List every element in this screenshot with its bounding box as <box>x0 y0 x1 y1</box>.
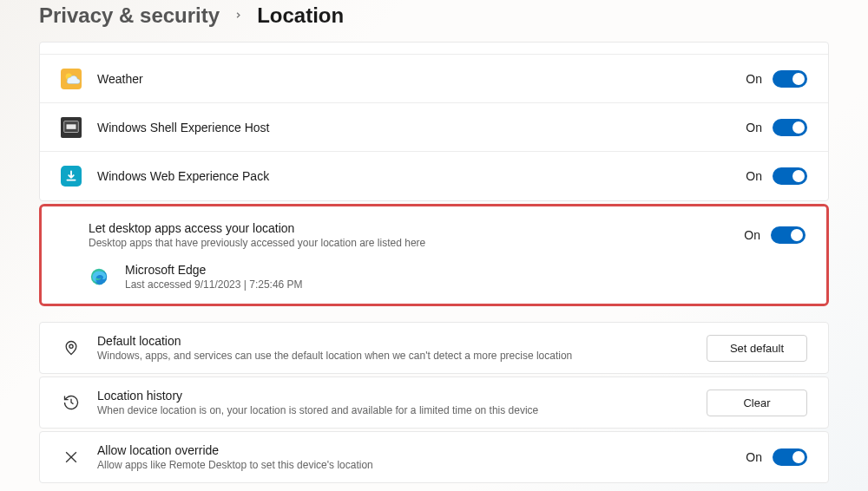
shell-icon <box>61 117 82 138</box>
list-item-shell[interactable]: Windows Shell Experience Host On <box>40 103 828 152</box>
section-title: Default location <box>97 334 707 348</box>
default-location-row: Default location Windows, apps, and serv… <box>39 322 829 374</box>
app-name: Windows Shell Experience Host <box>97 121 746 134</box>
section-subtitle: Allow apps like Remote Desktop to set th… <box>97 459 746 471</box>
list-item-weather[interactable]: Weather On <box>40 55 828 103</box>
toggle-switch[interactable] <box>771 226 806 244</box>
app-name: Windows Web Experience Pack <box>97 169 746 183</box>
toggle-switch[interactable] <box>773 167 807 185</box>
app-name: Microsoft Edge <box>125 263 806 277</box>
section-title: Let desktop apps access your location <box>89 221 744 235</box>
breadcrumb: Privacy & security Location <box>39 0 829 42</box>
toggle-switch[interactable] <box>773 70 807 88</box>
breadcrumb-parent[interactable]: Privacy & security <box>39 3 220 28</box>
desktop-apps-header[interactable]: Let desktop apps access your location De… <box>42 206 826 255</box>
highlight-box: Let desktop apps access your location De… <box>39 204 829 306</box>
toggle-state-label: On <box>746 72 762 86</box>
toggle-switch[interactable] <box>773 448 807 466</box>
map-pin-icon <box>61 337 82 358</box>
list-item-cutoff <box>40 43 828 55</box>
history-icon <box>61 392 82 413</box>
section-title: Allow location override <box>97 443 746 457</box>
location-override-row: Allow location override Allow apps like … <box>39 431 829 483</box>
app-name: Weather <box>97 72 746 86</box>
toggle-state-label: On <box>746 121 762 134</box>
toggle-switch[interactable] <box>773 119 807 136</box>
app-last-accessed: Last accessed 9/11/2023 | 7:25:46 PM <box>125 278 806 291</box>
toggle-state-label: On <box>746 450 762 464</box>
section-title: Location history <box>97 389 707 403</box>
location-history-row: Location history When device location is… <box>39 376 829 429</box>
web-pack-icon <box>61 166 82 187</box>
toggle-state-label: On <box>744 228 760 242</box>
set-default-button[interactable]: Set default <box>707 335 807 362</box>
section-subtitle: Windows, apps, and services can use the … <box>97 350 707 362</box>
svg-rect-2 <box>67 124 76 129</box>
edge-icon <box>89 266 109 287</box>
app-permissions-list: Weather On Windows Shell Experience Host… <box>39 42 829 201</box>
clear-button[interactable]: Clear <box>707 390 807 416</box>
list-item-edge: Microsoft Edge Last accessed 9/11/2023 |… <box>42 255 826 304</box>
breadcrumb-current: Location <box>257 3 344 28</box>
section-subtitle: When device location is on, your locatio… <box>97 404 707 416</box>
toggle-state-label: On <box>746 169 762 183</box>
section-subtitle: Desktop apps that have previously access… <box>89 237 744 249</box>
override-icon <box>61 447 82 468</box>
list-item-web[interactable]: Windows Web Experience Pack On <box>40 152 828 200</box>
chevron-right-icon <box>233 9 243 23</box>
svg-point-5 <box>69 344 73 348</box>
weather-icon <box>61 69 82 89</box>
